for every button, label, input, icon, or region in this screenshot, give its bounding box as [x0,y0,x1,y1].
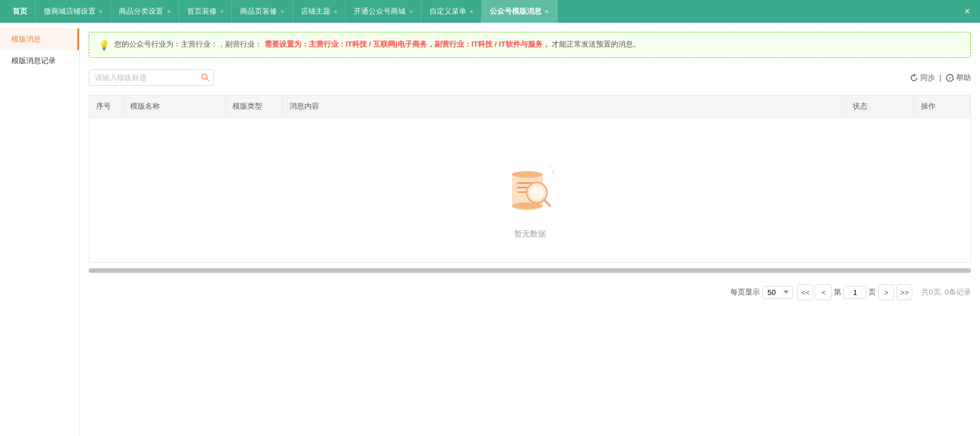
notice-prefix: 您的公众号行业为：主营行业：，副营行业： [114,40,262,48]
per-page-section: 每页显示 10 20 50 100 [730,286,793,299]
toolbar-right: 同步 | ? 帮助 [910,73,971,83]
svg-point-11 [530,186,544,200]
svg-line-1 [206,78,209,81]
svg-point-16 [549,165,551,167]
tab-custom-menu-label: 自定义菜单 [429,6,466,16]
main-content: 💡 您的公众号行业为：主营行业：，副营行业： 需要设置为：主营行业：IT科技 /… [80,23,980,436]
sidebar-item-template-msg-label: 模版消息 [11,35,41,43]
tab-home-label: 首页 [13,6,27,16]
close-icon[interactable]: × [280,8,284,15]
tab-template-msg-label: 公众号模版消息 [490,6,541,16]
search-input-wrap [89,69,214,86]
notice-highlight: 需要设置为：主营行业：IT科技 / 互联网|电子商务，副营行业：IT科技 / I… [264,40,550,48]
data-table: 序号 模版名称 模版类型 消息内容 状态 操作 [89,95,971,263]
search-input[interactable] [89,69,214,86]
close-icon[interactable]: × [545,8,548,15]
help-button[interactable]: ? 帮助 [946,73,971,83]
col-status: 状态 [846,95,914,118]
svg-point-13 [532,188,536,192]
table-header: 序号 模版名称 模版类型 消息内容 状态 操作 [89,95,971,118]
close-icon[interactable]: × [334,8,337,15]
notice-suffix: 才能正常发送预置的消息。 [552,40,640,48]
col-content: 消息内容 [283,95,846,118]
col-seq: 序号 [89,95,123,118]
page-unit: 页 [869,287,876,297]
toolbar-divider: | [940,73,941,82]
tab-custom-menu[interactable]: 自定义菜单 × [421,0,482,23]
next-page-button[interactable]: > [878,284,894,300]
lightbulb-icon: 💡 [98,40,110,51]
empty-illustration [496,152,564,220]
empty-state: 暂无数据 [89,118,970,262]
tab-home-decoration[interactable]: 首页装修 × [179,0,232,23]
notice-text: 您的公众号行业为：主营行业：，副营行业： 需要设置为：主营行业：IT科技 / 互… [114,39,640,49]
close-icon[interactable]: × [99,8,102,15]
svg-line-12 [544,200,550,206]
svg-text:?: ? [949,76,952,81]
page-input[interactable] [843,286,866,299]
total-info: 共0页, 0条记录 [921,287,971,297]
tab-open-mall-label: 开通公众号商城 [354,6,406,16]
sync-button[interactable]: 同步 [910,73,935,83]
tab-category-settings-label: 商品分类设置 [119,6,163,16]
sync-label: 同步 [920,73,935,83]
tab-wshop-settings-label: 微商城店铺设置 [44,6,96,16]
main-layout: 模版消息 模版消息记录 💡 您的公众号行业为：主营行业：，副营行业： 需要设置为… [0,23,980,436]
page-nav: << < 第 页 > >> [797,284,912,300]
notice-box: 💡 您的公众号行业为：主营行业：，副营行业： 需要设置为：主营行业：IT科技 /… [89,32,971,58]
tab-wshop-settings[interactable]: 微商城店铺设置 × [36,0,111,23]
search-button[interactable] [201,73,209,83]
tab-home-decoration-label: 首页装修 [187,6,217,16]
tab-shop-theme-label: 店铺主题 [301,6,330,16]
close-all-button[interactable]: × [959,6,975,16]
table-header-row: 序号 模版名称 模版类型 消息内容 状态 操作 [89,95,971,118]
tab-template-msg[interactable]: 公众号模版消息 × [482,0,557,23]
svg-point-14 [551,170,555,173]
per-page-label: 每页显示 [730,287,760,297]
empty-row: 暂无数据 [89,118,971,263]
pagination: 每页显示 10 20 50 100 << < 第 页 > >> 共0页, 0条记… [89,279,971,306]
close-icon[interactable]: × [409,8,412,15]
col-action: 操作 [914,95,971,118]
last-page-button[interactable]: >> [896,284,912,300]
sidebar-item-template-msg[interactable]: 模版消息 [0,28,79,50]
empty-text: 暂无数据 [514,229,546,239]
sidebar-item-template-record-label: 模版消息记录 [11,56,56,65]
prev-page-button[interactable]: < [816,284,832,300]
top-nav: 首页 微商城店铺设置 × 商品分类设置 × 首页装修 × 商品页装修 × 店铺主… [0,0,980,23]
scrollbar-thumb[interactable] [89,268,971,273]
tab-home[interactable]: 首页 [5,0,36,23]
col-type: 模版类型 [226,95,283,118]
svg-point-17 [512,171,543,178]
table-body: 暂无数据 [89,118,971,263]
page-label: 第 [834,287,841,297]
col-name: 模版名称 [123,95,226,118]
svg-point-15 [556,176,559,178]
tab-category-settings[interactable]: 商品分类设置 × [111,0,179,23]
tab-product-decoration-label: 商品页装修 [240,6,277,16]
sidebar: 模版消息 模版消息记录 [0,23,80,436]
sidebar-item-template-record[interactable]: 模版消息记录 [0,50,79,72]
help-label: 帮助 [956,73,971,83]
close-icon[interactable]: × [167,8,170,15]
horizontal-scrollbar[interactable] [89,268,971,273]
tab-open-mall[interactable]: 开通公众号商城 × [346,0,421,23]
per-page-select[interactable]: 10 20 50 100 [762,286,793,299]
search-bar: 同步 | ? 帮助 [89,69,971,86]
first-page-button[interactable]: << [797,284,813,300]
tab-shop-theme[interactable]: 店铺主题 × [293,0,346,23]
close-icon[interactable]: × [220,8,224,15]
tab-product-decoration[interactable]: 商品页装修 × [232,0,292,23]
close-icon[interactable]: × [470,8,473,15]
